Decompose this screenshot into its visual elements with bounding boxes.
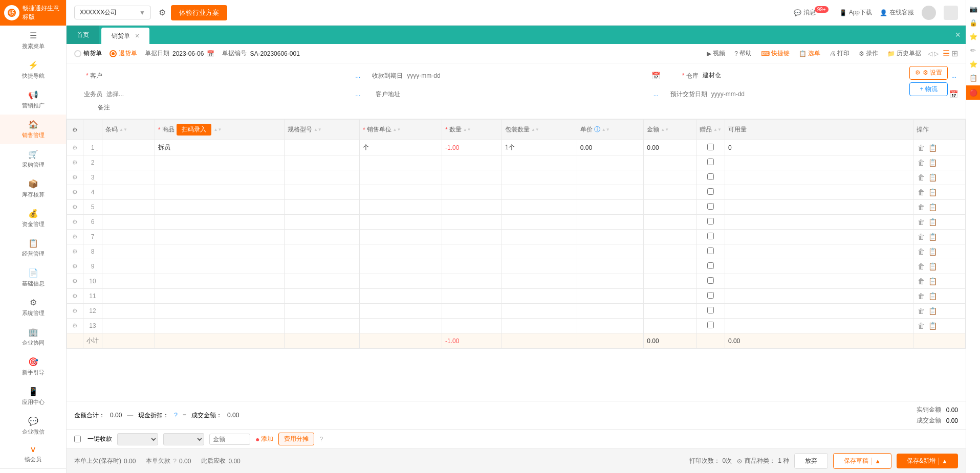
- row-spec-cell[interactable]: [284, 304, 359, 319]
- row-copy-icon[interactable]: 📋: [928, 292, 937, 300]
- row-unitprice-cell[interactable]: [577, 289, 643, 304]
- grid-view-btn[interactable]: ⊞: [951, 49, 958, 58]
- row-gear-icon[interactable]: ⚙: [72, 144, 78, 151]
- row-product-cell[interactable]: [155, 200, 284, 215]
- row-gift-checkbox[interactable]: [707, 277, 714, 284]
- price-info-icon[interactable]: ⓘ: [594, 125, 600, 134]
- customer-dots[interactable]: ...: [354, 72, 362, 79]
- sidebar-item-inventory[interactable]: 📦 库存核算: [0, 174, 66, 204]
- row-copy-icon[interactable]: 📋: [928, 159, 937, 167]
- list-view-btn[interactable]: ☰: [943, 49, 950, 58]
- row-barcode-cell[interactable]: [102, 140, 155, 155]
- row-amount-cell[interactable]: [644, 304, 696, 319]
- trial-btn[interactable]: 体验行业方案: [171, 5, 227, 20]
- payment-help-icon[interactable]: ?: [319, 436, 323, 443]
- row-qty-cell[interactable]: [442, 200, 502, 215]
- next-record-btn[interactable]: ▷: [934, 50, 939, 57]
- abandon-btn[interactable]: 放弃: [794, 453, 828, 469]
- row-product-cell[interactable]: [155, 304, 284, 319]
- row-qty-cell[interactable]: [442, 274, 502, 289]
- row-delete-icon[interactable]: 🗑: [918, 144, 925, 152]
- row-pkgqty-cell[interactable]: [502, 304, 577, 319]
- row-qty-cell[interactable]: [442, 155, 502, 170]
- customer-input[interactable]: [106, 71, 350, 81]
- row-gear-icon[interactable]: ⚙: [72, 307, 78, 314]
- row-unitprice-cell[interactable]: [577, 319, 643, 333]
- row-pkgqty-cell[interactable]: [502, 170, 577, 185]
- row-gift-cell[interactable]: [696, 200, 725, 215]
- row-barcode-cell[interactable]: [102, 170, 155, 185]
- qty-sort-icon[interactable]: ▲▼: [463, 128, 471, 132]
- row-product-cell[interactable]: [155, 230, 284, 244]
- row-unitprice-cell[interactable]: [577, 230, 643, 244]
- row-amount-cell[interactable]: [644, 274, 696, 289]
- online-service-btn[interactable]: 👤 在线客服: [880, 8, 914, 17]
- row-delete-icon[interactable]: 🗑: [918, 188, 925, 196]
- row-gear-icon[interactable]: ⚙: [72, 322, 78, 329]
- notes-input[interactable]: [114, 104, 950, 111]
- row-product-cell[interactable]: [155, 215, 284, 230]
- row-amount-cell[interactable]: [644, 319, 696, 333]
- row-unit-cell[interactable]: [359, 289, 442, 304]
- row-copy-icon[interactable]: 📋: [928, 233, 937, 241]
- row-delete-icon[interactable]: 🗑: [918, 262, 925, 271]
- row-gear-icon[interactable]: ⚙: [72, 204, 78, 211]
- row-gift-cell[interactable]: [696, 140, 725, 155]
- row-copy-icon[interactable]: 📋: [928, 262, 937, 271]
- row-product-cell[interactable]: [155, 259, 284, 274]
- row-barcode-cell[interactable]: [102, 230, 155, 244]
- row-spec-cell[interactable]: [284, 155, 359, 170]
- sidebar-item-sales[interactable]: 🏠 销售管理: [0, 115, 66, 144]
- row-delete-icon[interactable]: 🗑: [918, 218, 925, 226]
- rp-icon-4[interactable]: ✏: [967, 44, 979, 56]
- row-unit-cell[interactable]: [359, 215, 442, 230]
- row-qty-cell[interactable]: [442, 289, 502, 304]
- row-amount-cell[interactable]: [644, 185, 696, 200]
- sidebar-item-marketing[interactable]: 📢 营销推广: [0, 85, 66, 115]
- barcode-sort-icon[interactable]: ▲▼: [119, 128, 127, 132]
- gift-sort-icon[interactable]: ▲▼: [713, 128, 722, 132]
- row-barcode-cell[interactable]: [102, 289, 155, 304]
- row-unit-cell[interactable]: [359, 185, 442, 200]
- row-gift-checkbox[interactable]: [707, 322, 714, 328]
- row-gear-icon[interactable]: ⚙: [72, 233, 78, 240]
- tab-sales-order[interactable]: 销货单 ×: [101, 28, 149, 44]
- operate-btn[interactable]: ⚙ 操作: [856, 48, 881, 59]
- row-gift-checkbox[interactable]: [707, 307, 714, 313]
- product-sort-icon[interactable]: ▲▼: [213, 128, 222, 132]
- row-gift-checkbox[interactable]: [707, 262, 714, 269]
- video-btn[interactable]: ▶ 视频: [704, 48, 728, 59]
- row-gift-checkbox[interactable]: [707, 233, 714, 239]
- row-gear-icon[interactable]: ⚙: [72, 159, 78, 166]
- row-unit-cell[interactable]: [359, 170, 442, 185]
- sidebar-item-guide[interactable]: 🎯 新手引导: [0, 352, 66, 381]
- radio-return-order[interactable]: 退货单: [110, 49, 137, 58]
- table-wrap[interactable]: ⚙ 条码▲▼ * 商品 扫码录入 ▲▼: [67, 119, 966, 401]
- row-delete-icon[interactable]: 🗑: [918, 173, 925, 182]
- spec-sort-icon[interactable]: ▲▼: [314, 128, 322, 132]
- row-gear-icon[interactable]: ⚙: [72, 189, 78, 196]
- row-gear-icon[interactable]: ⚙: [72, 278, 78, 285]
- row-unit-cell[interactable]: [359, 155, 442, 170]
- row-pkgqty-cell[interactable]: [502, 215, 577, 230]
- row-product-cell[interactable]: 拆员: [155, 140, 284, 155]
- row-delete-icon[interactable]: 🗑: [918, 247, 925, 256]
- row-gift-checkbox[interactable]: [707, 218, 714, 224]
- row-unit-cell[interactable]: [359, 230, 442, 244]
- row-pkgqty-cell[interactable]: [502, 230, 577, 244]
- sidebar-item-wechat[interactable]: 💬 企业微信: [0, 411, 66, 441]
- expense-btn[interactable]: 费用分摊: [278, 433, 314, 445]
- row-amount-cell[interactable]: [644, 200, 696, 215]
- row-qty-cell[interactable]: [442, 319, 502, 333]
- row-pkgqty-cell[interactable]: [502, 185, 577, 200]
- row-gift-cell[interactable]: [696, 304, 725, 319]
- select-btn[interactable]: 📋 选单: [796, 48, 823, 59]
- total-owe-help-icon[interactable]: ?: [173, 458, 177, 465]
- row-copy-icon[interactable]: 📋: [928, 322, 937, 330]
- row-gear-icon[interactable]: ⚙: [72, 292, 78, 300]
- row-barcode-cell[interactable]: [102, 244, 155, 259]
- rp-icon-6[interactable]: 📋: [967, 72, 979, 84]
- row-unit-cell[interactable]: [359, 200, 442, 215]
- row-unitprice-cell[interactable]: [577, 185, 643, 200]
- row-spec-cell[interactable]: [284, 170, 359, 185]
